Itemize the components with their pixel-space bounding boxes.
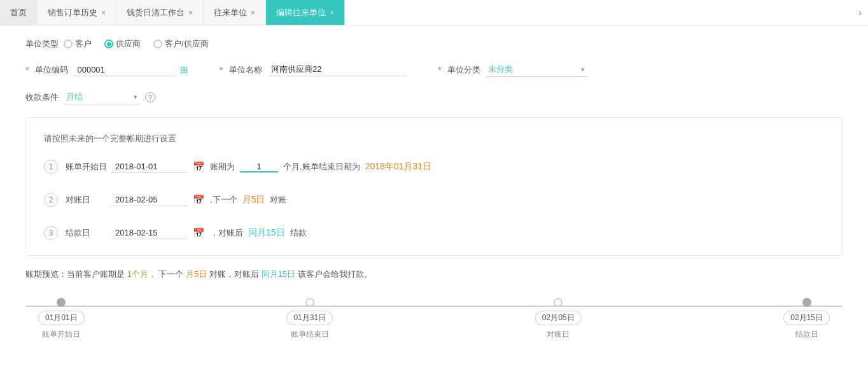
step-3-num: 3 xyxy=(44,226,58,240)
preview-reconcile-pre: 下一个 xyxy=(158,269,183,279)
timeline-label-1: 账单结束日 xyxy=(291,329,329,340)
unit-name-label: 单位名称 xyxy=(229,64,262,76)
unit-type-radio-group: 客户 供应商 客户/供应商 xyxy=(64,38,209,50)
unit-code-label: 单位编码 xyxy=(35,64,68,76)
timeline-badge-1: 01月31日 xyxy=(286,311,333,325)
step-1-num: 1 xyxy=(44,160,58,174)
unit-info-row: * 单位编码 ⊞ * 单位名称 * 单位分类 未分类 ▾ xyxy=(25,62,843,77)
unit-category-select[interactable]: 未分类 ▾ xyxy=(486,62,587,77)
payment-terms-label: 收款条件 xyxy=(25,92,59,103)
tab-home[interactable]: 首页 xyxy=(0,0,38,25)
step-1-period-label: 账期为 xyxy=(210,161,235,172)
tab-close-cash-work[interactable]: × xyxy=(188,8,193,17)
step-1-label: 账单开始日 xyxy=(66,161,104,172)
preview-reconcile-post: 对账，对账后 xyxy=(209,269,259,279)
tab-edit-partner[interactable]: 编辑往来单位 × xyxy=(266,0,345,25)
step-1-date-input[interactable] xyxy=(111,160,188,173)
star-name: * xyxy=(219,65,222,75)
period-settings-card: 请按照未来的一个完整帐期进行设置 1 账单开始日 📅 账期为 个月,账单结束日期… xyxy=(25,117,843,256)
preview-payment-post: 该客户会给我打款。 xyxy=(298,269,372,279)
step-3-text-post: 结款 xyxy=(290,227,307,239)
timeline-label-2: 对账日 xyxy=(547,329,570,340)
unit-category-value: 未分类 xyxy=(488,64,581,75)
timeline-nodes: 01月01日 账单开始日 01月31日 账单结束日 02月05日 对账日 02月… xyxy=(38,298,830,340)
preview-payment-highlight: 同月15日 xyxy=(262,269,295,279)
timeline: 01月01日 账单开始日 01月31日 账单结束日 02月05日 对账日 02月… xyxy=(25,298,843,340)
timeline-badge-0: 01月01日 xyxy=(38,311,85,325)
step-2-text-pre: ,下一个 xyxy=(210,194,237,206)
preview-text: 账期预览：当前客户账期是 1个月， 下一个 月5日 对账，对账后 同月15日 该… xyxy=(25,269,843,280)
step-3-calendar-icon[interactable]: 📅 xyxy=(193,227,205,239)
timeline-dot-1 xyxy=(305,298,314,307)
radio-circle-supplier xyxy=(104,39,113,48)
payment-terms-arrow-icon: ▾ xyxy=(134,93,137,101)
preview-reconcile-highlight: 月5日 xyxy=(186,269,207,279)
step-3-highlight: 同月15日 xyxy=(248,227,285,239)
step-2-label: 对账日 xyxy=(66,194,104,206)
radio-both[interactable]: 客户/供应商 xyxy=(153,38,209,50)
step-1-calendar-icon[interactable]: 📅 xyxy=(193,161,205,172)
payment-terms-row: 收款条件 月结 ▾ ? xyxy=(25,90,843,104)
step-3-label: 结款日 xyxy=(66,227,104,239)
step-2-calendar-icon[interactable]: 📅 xyxy=(193,194,205,206)
step-3-content: 📅 ，对账后 同月15日 结款 xyxy=(111,227,824,239)
tab-partners[interactable]: 往来单位 × xyxy=(204,0,266,25)
timeline-node-1: 01月31日 账单结束日 xyxy=(286,298,333,340)
step-1-period-input[interactable] xyxy=(240,162,278,172)
timeline-badge-3: 02月15日 xyxy=(783,311,830,325)
step-1-row: 1 账单开始日 📅 账期为 个月,账单结束日期为 2018年01月31日 xyxy=(44,160,824,174)
preview-label: 账期预览：当前客户账期是 xyxy=(25,269,125,279)
step-2-row: 2 对账日 📅 ,下一个 月5日 对账 xyxy=(44,193,824,207)
step-1-end-date: 2018年01月31日 xyxy=(365,161,431,172)
step-2-highlight: 月5日 xyxy=(242,194,265,206)
unit-category-label: 单位分类 xyxy=(447,64,480,76)
timeline-dot-3 xyxy=(802,298,811,307)
radio-supplier[interactable]: 供应商 xyxy=(104,38,141,50)
tab-close-edit-partner[interactable]: × xyxy=(330,8,334,17)
step-2-num: 2 xyxy=(44,193,58,207)
step-3-date-input[interactable] xyxy=(111,227,188,239)
unit-type-row: 单位类型 客户 供应商 客户/供应商 xyxy=(25,38,843,50)
radio-circle-customer xyxy=(64,39,73,48)
radio-circle-both xyxy=(153,39,162,48)
step-1-period-suffix-pre: 个月,账单结束日期为 xyxy=(283,161,360,172)
step-1-content: 📅 账期为 个月,账单结束日期为 2018年01月31日 xyxy=(111,160,824,173)
help-icon[interactable]: ? xyxy=(145,92,155,102)
timeline-label-3: 结款日 xyxy=(795,329,818,340)
tab-close-partners[interactable]: × xyxy=(251,8,255,17)
step-2-date-input[interactable] xyxy=(111,194,188,206)
step-2-content: 📅 ,下一个 月5日 对账 xyxy=(111,194,824,206)
star-code: * xyxy=(25,65,29,75)
tab-bar: 首页 销售订单历史 × 钱货日清工作台 × 往来单位 × 编辑往来单位 × › xyxy=(0,0,868,25)
unit-category-arrow-icon: ▾ xyxy=(581,66,585,74)
timeline-dot-0 xyxy=(57,298,66,307)
tab-scroll-arrow[interactable]: › xyxy=(852,0,868,25)
timeline-dot-2 xyxy=(554,298,563,307)
step-3-row: 3 结款日 📅 ，对账后 同月15日 结款 xyxy=(44,226,824,240)
card-title: 请按照未来的一个完整帐期进行设置 xyxy=(44,133,824,144)
step-3-text-pre: ，对账后 xyxy=(210,227,243,239)
unit-code-icon[interactable]: ⊞ xyxy=(180,64,188,76)
star-category: * xyxy=(438,65,441,75)
radio-dot-supplier xyxy=(107,42,111,46)
unit-name-input[interactable] xyxy=(267,64,407,76)
preview-period: 1个月， xyxy=(127,269,157,279)
radio-customer[interactable]: 客户 xyxy=(64,38,92,50)
unit-code-input[interactable] xyxy=(73,64,175,76)
tab-sales-history[interactable]: 销售订单历史 × xyxy=(38,0,116,25)
timeline-node-0: 01月01日 账单开始日 xyxy=(38,298,85,340)
main-content: 单位类型 客户 供应商 客户/供应商 * 单位编码 ⊞ * 单位名称 xyxy=(0,25,868,387)
timeline-node-3: 02月15日 结款日 xyxy=(783,298,830,340)
timeline-label-0: 账单开始日 xyxy=(42,329,80,340)
payment-terms-select[interactable]: 月结 ▾ xyxy=(64,90,140,104)
timeline-badge-2: 02月05日 xyxy=(535,311,582,325)
timeline-node-2: 02月05日 对账日 xyxy=(535,298,582,340)
tab-close-sales-history[interactable]: × xyxy=(101,8,106,17)
payment-terms-value: 月结 xyxy=(66,91,134,102)
step-2-text-post: 对账 xyxy=(270,194,286,206)
unit-type-label: 单位类型 xyxy=(25,38,59,50)
tab-cash-work[interactable]: 钱货日清工作台 × xyxy=(116,0,204,25)
